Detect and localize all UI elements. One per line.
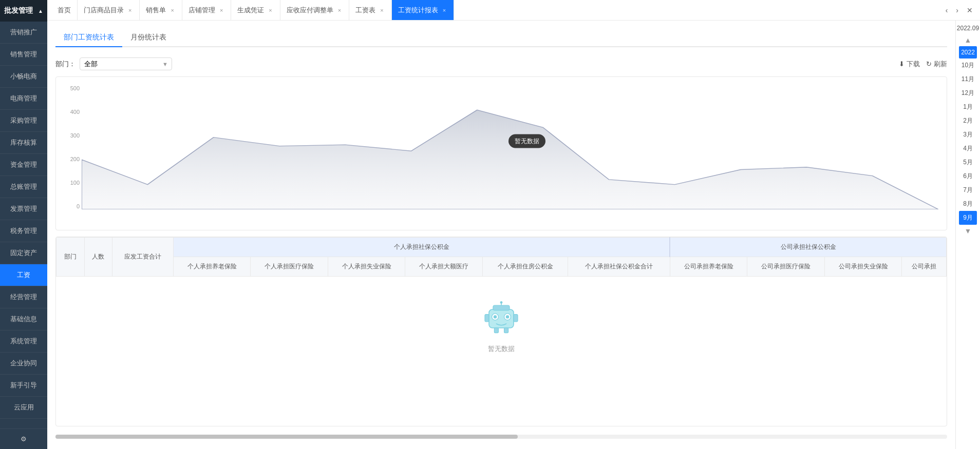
time-down-icon[interactable]: ▼ xyxy=(963,225,974,237)
sidebar-item-库存核算[interactable]: 库存核算 xyxy=(0,132,47,154)
table-header-row-2: 个人承担养老保险 个人承担医疗保险 个人承担失业保险 个人承担大额医疗 个人承担… xyxy=(56,257,947,277)
table-container: 部门 人数 应发工资合计 个人承担社保公积金 公司承担社保公积金 个人承担养老保… xyxy=(55,237,947,426)
svg-rect-11 xyxy=(504,328,508,333)
tab-门店商品目录[interactable]: 门店商品目录× xyxy=(78,0,140,20)
tab-close-icon[interactable]: × xyxy=(218,7,224,14)
time-month-9月[interactable]: 9月 xyxy=(959,211,977,225)
time-month-3月[interactable]: 3月 xyxy=(959,128,977,142)
tab-next-icon[interactable]: › xyxy=(953,4,962,16)
tab-应收应付调整单[interactable]: 应收应付调整单× xyxy=(280,0,349,20)
svg-point-3 xyxy=(500,301,503,304)
chart-svg-area: 暂无数据 xyxy=(82,85,938,209)
chart-y-label: 400 xyxy=(64,109,80,115)
tab-bar-right: ‹ › ✕ xyxy=(943,4,976,16)
time-month-7月[interactable]: 7月 xyxy=(959,183,977,197)
th-company-more: 公司承担 xyxy=(902,257,947,277)
tab-工资统计报表[interactable]: 工资统计报表× xyxy=(392,0,454,20)
time-year-2022[interactable]: 2022 xyxy=(959,46,977,58)
dept-filter: 部门： 全部 ▼ xyxy=(55,57,172,70)
table-scrollbar[interactable] xyxy=(55,435,947,439)
data-table: 部门 人数 应发工资合计 个人承担社保公积金 公司承担社保公积金 个人承担养老保… xyxy=(56,237,947,374)
sidebar-item-总账管理[interactable]: 总账管理 xyxy=(0,176,47,198)
tab-close-icon[interactable]: × xyxy=(267,7,273,14)
sidebar-item-电商管理[interactable]: 电商管理 xyxy=(0,88,47,110)
chart-y-axis: 5004003002001000 xyxy=(64,85,80,209)
tab-销售单[interactable]: 销售单× xyxy=(140,0,182,20)
refresh-icon: ↻ xyxy=(926,60,932,68)
time-month-12月[interactable]: 12月 xyxy=(959,86,977,100)
sidebar: 批发管理 ▲ 营销推广销售管理小畅电商电商管理采购管理库存核算资金管理总账管理发… xyxy=(0,0,47,449)
tab-close-icon[interactable]: × xyxy=(379,7,385,14)
svg-rect-9 xyxy=(514,315,518,322)
time-current-display[interactable]: 2022.09 xyxy=(955,23,980,34)
sidebar-item-新手引导[interactable]: 新手引导 xyxy=(0,375,47,397)
tab-close-icon[interactable]: × xyxy=(336,7,343,14)
sidebar-item-资金管理[interactable]: 资金管理 xyxy=(0,154,47,176)
sidebar-item-云应用[interactable]: 云应用 xyxy=(0,397,47,419)
chart-container: 5004003002001000 暂无数据 xyxy=(55,76,947,230)
tab-label: 销售单 xyxy=(146,6,166,15)
sub-tab-部门工资统计表[interactable]: 部门工资统计表 xyxy=(55,29,122,47)
sidebar-settings[interactable]: ⚙ xyxy=(0,428,47,449)
tab-close-icon[interactable]: × xyxy=(169,7,175,14)
tab-工资表[interactable]: 工资表× xyxy=(349,0,391,20)
sidebar-item-基础信息[interactable]: 基础信息 xyxy=(0,308,47,330)
sidebar-item-小畅电商[interactable]: 小畅电商 xyxy=(0,66,47,88)
th-company-medical: 公司承担医疗保险 xyxy=(747,257,825,277)
time-up-icon[interactable]: ▲ xyxy=(963,34,974,46)
sidebar-item-发票管理[interactable]: 发票管理 xyxy=(0,198,47,220)
sidebar-item-固定资产[interactable]: 固定资产 xyxy=(0,242,47,264)
empty-icon xyxy=(481,297,522,338)
time-month-10月[interactable]: 10月 xyxy=(959,58,977,72)
tab-close-all-icon[interactable]: ✕ xyxy=(964,4,976,16)
sidebar-item-企业协同[interactable]: 企业协同 xyxy=(0,353,47,375)
time-panel: 2022.09 ▲ 202210月11月12月1月2月3月4月5月6月7月8月9… xyxy=(955,21,980,449)
time-month-4月[interactable]: 4月 xyxy=(959,142,977,155)
sidebar-item-采购管理[interactable]: 采购管理 xyxy=(0,110,47,132)
svg-rect-10 xyxy=(494,328,498,333)
tab-label: 店铺管理 xyxy=(189,6,215,15)
svg-rect-1 xyxy=(493,305,510,310)
time-month-1月[interactable]: 1月 xyxy=(959,100,977,114)
empty-state: 暂无数据 xyxy=(56,277,947,374)
refresh-button[interactable]: ↻ 刷新 xyxy=(926,60,947,69)
dept-label: 部门： xyxy=(55,60,76,69)
tab-bar: 首页门店商品目录×销售单×店铺管理×生成凭证×应收应付调整单×工资表×工资统计报… xyxy=(47,0,980,21)
sub-tabs: 部门工资统计表月份统计表 xyxy=(55,29,947,47)
tab-label: 生成凭证 xyxy=(237,6,264,15)
th-personal-housing: 个人承担住房公积金 xyxy=(482,257,568,277)
sidebar-item-销售管理[interactable]: 销售管理 xyxy=(0,44,47,66)
time-month-11月[interactable]: 11月 xyxy=(959,72,977,86)
tab-close-icon[interactable]: × xyxy=(127,7,133,14)
sub-tab-月份统计表[interactable]: 月份统计表 xyxy=(122,29,175,47)
sidebar-item-系统管理[interactable]: 系统管理 xyxy=(0,330,47,353)
tabs-container: 首页门店商品目录×销售单×店铺管理×生成凭证×应收应付调整单×工资表×工资统计报… xyxy=(51,0,454,20)
chart-y-label: 200 xyxy=(64,156,80,162)
sidebar-item-营销推广[interactable]: 营销推广 xyxy=(0,22,47,44)
download-button[interactable]: ⬇ 下载 xyxy=(899,60,920,69)
sidebar-collapse-icon: ▲ xyxy=(38,8,43,14)
table-scrollbar-thumb xyxy=(55,435,518,439)
tab-生成凭证[interactable]: 生成凭证× xyxy=(231,0,280,20)
tab-prev-icon[interactable]: ‹ xyxy=(943,4,951,16)
tab-首页[interactable]: 首页 xyxy=(51,0,78,20)
time-month-5月[interactable]: 5月 xyxy=(959,155,977,169)
download-icon: ⬇ xyxy=(899,60,904,68)
sidebar-title: 批发管理 xyxy=(4,6,33,15)
table-header: 部门 人数 应发工资合计 个人承担社保公积金 公司承担社保公积金 个人承担养老保… xyxy=(56,238,947,277)
sidebar-item-工资[interactable]: 工资 xyxy=(0,264,47,286)
dept-select[interactable]: 全部 xyxy=(80,57,172,70)
tab-close-icon[interactable]: × xyxy=(441,7,447,14)
tab-店铺管理[interactable]: 店铺管理× xyxy=(182,0,231,20)
tab-label: 门店商品目录 xyxy=(84,6,124,15)
sidebar-item-经营管理[interactable]: 经营管理 xyxy=(0,286,47,308)
time-month-8月[interactable]: 8月 xyxy=(959,197,977,211)
table-empty-row: 暂无数据 xyxy=(56,277,947,375)
time-month-2月[interactable]: 2月 xyxy=(959,114,977,128)
chart-y-label: 0 xyxy=(64,203,80,209)
sidebar-item-税务管理[interactable]: 税务管理 xyxy=(0,220,47,242)
time-month-6月[interactable]: 6月 xyxy=(959,169,977,183)
sidebar-header[interactable]: 批发管理 ▲ xyxy=(0,0,47,22)
action-buttons: ⬇ 下载 ↻ 刷新 xyxy=(899,60,947,69)
settings-icon: ⚙ xyxy=(21,435,27,443)
